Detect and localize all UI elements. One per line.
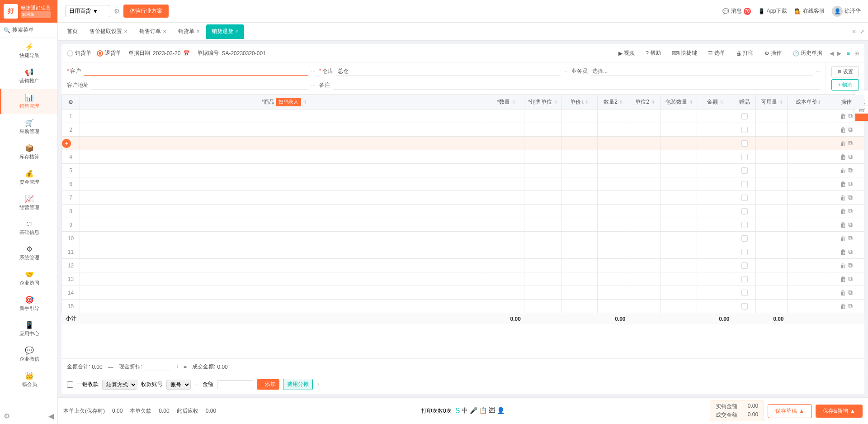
gift-checkbox-1[interactable]: [741, 113, 748, 119]
product-sort-icon[interactable]: ⇅: [303, 100, 307, 105]
cell-unit-10[interactable]: [524, 232, 561, 245]
cell-pkg-10[interactable]: [661, 232, 697, 245]
gift-checkbox-5[interactable]: [741, 167, 748, 174]
cell-unit2-1[interactable]: [629, 110, 661, 123]
amount-input-3[interactable]: [697, 137, 733, 150]
price-input-3[interactable]: [561, 137, 597, 150]
product-input-15[interactable]: [80, 300, 488, 313]
qty2-input-13[interactable]: [598, 272, 629, 286]
copy-row-button-15[interactable]: ⧉: [848, 302, 853, 310]
cell-pkg-15[interactable]: [661, 300, 697, 313]
pkg-input-7[interactable]: [661, 191, 697, 204]
cell-product-3[interactable]: [80, 137, 488, 150]
cell-product-10[interactable]: [80, 232, 488, 245]
unit-input-1[interactable]: [524, 110, 561, 123]
cell-gift-9[interactable]: [733, 218, 756, 232]
qty-input-11[interactable]: [488, 245, 524, 258]
copy-row-button-10[interactable]: ⧉: [848, 234, 853, 242]
cell-unit-9[interactable]: [524, 218, 561, 232]
cell-unit-3[interactable]: [524, 137, 561, 150]
cell-amount-8[interactable]: [697, 205, 733, 218]
amount-sort-icon[interactable]: ⇅: [720, 100, 723, 105]
copy-row-button-12[interactable]: ⧉: [848, 262, 853, 269]
cell-gift-4[interactable]: [733, 150, 756, 164]
cell-pkg-3[interactable]: [661, 137, 697, 150]
cell-unit2-5[interactable]: [629, 164, 661, 177]
pkg-input-4[interactable]: [661, 150, 697, 163]
cell-price-5[interactable]: [561, 164, 598, 177]
price-input-12[interactable]: [561, 259, 597, 272]
cell-product-4[interactable]: [80, 150, 488, 164]
price-input-10[interactable]: [561, 232, 597, 245]
amount-input-2[interactable]: [697, 123, 733, 136]
qty-sort-icon[interactable]: ⇅: [512, 100, 515, 105]
qty2-sort-icon[interactable]: ⇅: [619, 100, 623, 105]
sidebar-item-member[interactable]: 👑 畅会员: [0, 367, 57, 392]
cell-qty-6[interactable]: [488, 177, 524, 191]
delete-row-button-10[interactable]: 🗑: [840, 235, 846, 242]
qty2-input-10[interactable]: [598, 232, 629, 245]
unit2-input-7[interactable]: [629, 191, 660, 204]
cell-pkg-2[interactable]: [661, 123, 697, 137]
unit-input-15[interactable]: [524, 300, 561, 313]
cell-pkg-5[interactable]: [661, 164, 697, 177]
unit2-input-1[interactable]: [629, 110, 660, 123]
discount-input[interactable]: [144, 362, 171, 371]
unit2-input-14[interactable]: [629, 286, 660, 299]
cell-product-8[interactable]: [80, 205, 488, 218]
cell-product-13[interactable]: [80, 272, 488, 286]
gift-checkbox-2[interactable]: [741, 127, 748, 133]
copy-row-button-11[interactable]: ⧉: [848, 248, 853, 256]
cell-price-10[interactable]: [561, 232, 598, 245]
cell-unit-4[interactable]: [524, 150, 561, 164]
qty2-input-7[interactable]: [598, 191, 629, 204]
cost-input-14[interactable]: [788, 286, 828, 299]
sidebar-item-wechat[interactable]: 💬 企业微信: [0, 342, 57, 367]
cell-pkg-13[interactable]: [661, 272, 697, 286]
qty2-input-1[interactable]: [598, 110, 629, 123]
product-input-7[interactable]: [80, 191, 488, 204]
bottom-icon-5[interactable]: 🖼: [489, 407, 495, 415]
search-menu[interactable]: 🔍 搜索菜单: [0, 23, 57, 38]
available-input-7[interactable]: [756, 191, 787, 204]
cost-input-9[interactable]: [788, 218, 828, 231]
delete-row-button-7[interactable]: 🗑: [840, 194, 846, 201]
delete-row-button-9[interactable]: 🗑: [840, 221, 846, 229]
address-input[interactable]: [91, 81, 308, 90]
toolbar-history[interactable]: 🕐 历史单据: [789, 48, 826, 58]
cell-unit-14[interactable]: [524, 286, 561, 300]
expense-info-icon[interactable]: ?: [316, 382, 319, 387]
qty2-input-2[interactable]: [598, 123, 629, 136]
cell-product-9[interactable]: [80, 218, 488, 232]
gift-checkbox-3[interactable]: [741, 140, 748, 147]
price-input-5[interactable]: [561, 164, 597, 177]
cell-gift-11[interactable]: [733, 245, 756, 259]
pkg-input-10[interactable]: [661, 232, 697, 245]
tab-sale-order-close[interactable]: ✕: [163, 29, 166, 34]
warehouse-input[interactable]: [336, 67, 561, 76]
sidebar-item-cooperation[interactable]: 🤝 企业协同: [0, 266, 57, 291]
gift-checkbox-10[interactable]: [741, 235, 748, 242]
cell-pkg-7[interactable]: [661, 191, 697, 205]
settings-bottom-icon[interactable]: ⚙: [4, 412, 10, 420]
calendar-icon[interactable]: 📅: [183, 50, 190, 57]
type-sale-radio[interactable]: 销货单: [67, 49, 91, 57]
cell-amount-9[interactable]: [697, 218, 733, 232]
unit-input-14[interactable]: [524, 286, 561, 299]
toolbar-operate[interactable]: ⚙ 操作: [761, 48, 785, 58]
pkg-sort-icon[interactable]: ⇅: [689, 100, 693, 105]
cell-unit-1[interactable]: [524, 110, 561, 123]
grid-view-icon[interactable]: ⊞: [854, 50, 859, 57]
cell-qty-12[interactable]: [488, 259, 524, 272]
cell-unit-8[interactable]: [524, 205, 561, 218]
cell-unit2-2[interactable]: [629, 123, 661, 137]
cell-unit-11[interactable]: [524, 245, 561, 259]
copy-row-button-1[interactable]: ⧉: [848, 112, 853, 120]
cell-pkg-1[interactable]: [661, 110, 697, 123]
cell-product-14[interactable]: [80, 286, 488, 300]
available-input-11[interactable]: [756, 245, 787, 258]
sidebar-item-finance[interactable]: 💰 资金管理: [0, 165, 57, 190]
toolbar-help[interactable]: ? 帮助: [642, 48, 665, 58]
copy-row-button-2[interactable]: ⧉: [848, 126, 853, 133]
cell-amount-3[interactable]: [697, 137, 733, 150]
